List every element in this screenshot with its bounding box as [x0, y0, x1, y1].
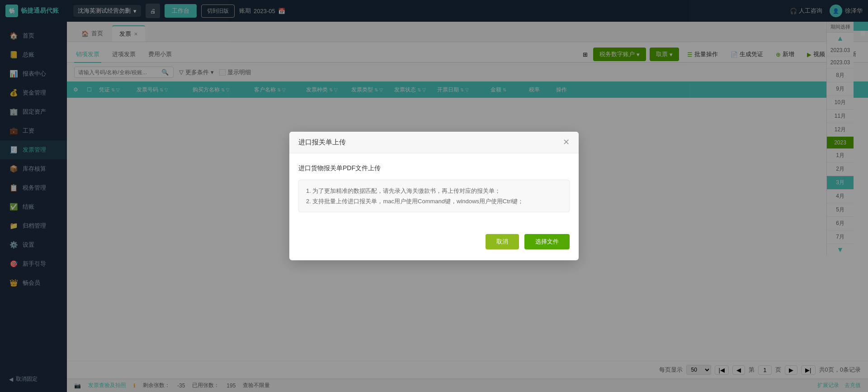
modal-cancel-button[interactable]: 取消 [486, 234, 519, 249]
modal-select-file-button[interactable]: 选择文件 [524, 234, 570, 249]
modal-header: 进口报关单上传 ✕ [289, 132, 579, 153]
modal-footer: 取消 选择文件 [289, 234, 579, 260]
modal-close-button[interactable]: ✕ [563, 138, 570, 146]
modal-dialog: 进口报关单上传 ✕ 进口货物报关单PDF文件上传 1. 为了更加精准的数据匹配，… [289, 132, 579, 261]
upload-note-1: 1. 为了更加精准的数据匹配，请先录入海关缴款书，再上传对应的报关单； [306, 186, 562, 196]
modal-overlay[interactable]: 进口报关单上传 ✕ 进口货物报关单PDF文件上传 1. 为了更加精准的数据匹配，… [0, 0, 868, 392]
upload-section-title: 进口货物报关单PDF文件上传 [298, 164, 570, 172]
upload-note-2: 2. 支持批量上传进口报关单，mac用户使用Command键，windows用户… [306, 196, 562, 206]
upload-notes: 1. 为了更加精准的数据匹配，请先录入海关缴款书，再上传对应的报关单； 2. 支… [298, 180, 570, 213]
modal-body: 进口货物报关单PDF文件上传 1. 为了更加精准的数据匹配，请先录入海关缴款书，… [289, 153, 579, 234]
modal-title: 进口报关单上传 [298, 138, 346, 147]
